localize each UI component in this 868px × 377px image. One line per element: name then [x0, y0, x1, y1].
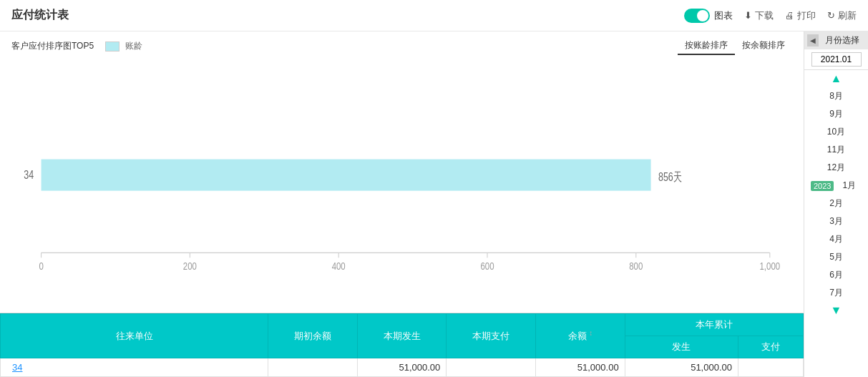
- opening-cell: [268, 358, 358, 377]
- page-header: 应付统计表 图表 ⬇ 下载 🖨 打印 ↻ 刷新: [0, 0, 868, 31]
- ytd-pay-cell: [738, 358, 804, 377]
- download-button[interactable]: ⬇ 下载: [744, 9, 774, 22]
- col-header-ytd-occur: 发生: [625, 336, 738, 358]
- sidebar-scroll-area: ▲ 8月 9月 10月 11月 12月 2023 1月 2月 3月 4月 5月 …: [804, 70, 868, 377]
- occur-cell: 51,000.00: [357, 358, 447, 377]
- month-item-12[interactable]: 12月: [804, 159, 868, 177]
- month-sidebar: ◀ 月份选择 ▲ 8月 9月 10月 11月 12月 2023 1月: [804, 31, 868, 377]
- refresh-icon: ↻: [827, 10, 835, 21]
- chart-bar: [42, 160, 651, 191]
- svg-text:1,000: 1,000: [760, 260, 781, 272]
- col-header-ytd-pay: 支付: [738, 336, 804, 358]
- month-item-6[interactable]: 6月: [804, 266, 868, 284]
- sort-by-amount-tab[interactable]: 按余额排序: [735, 37, 792, 55]
- month-item-10[interactable]: 10月: [804, 123, 868, 141]
- chart-container: 34 856天 0 200 400 600 800 1,00: [0, 61, 804, 313]
- toggle-label: 图表: [714, 9, 733, 22]
- chart-section: 客户应付排序图TOP5 账龄 按账龄排序 按余额排序 34: [0, 31, 804, 377]
- refresh-label: 刷新: [838, 9, 857, 22]
- year-input[interactable]: [811, 52, 862, 67]
- sidebar-collapse-button[interactable]: ◀: [807, 34, 819, 46]
- month-item-11[interactable]: 11月: [804, 141, 868, 159]
- svg-text:600: 600: [480, 260, 494, 272]
- year-badge: 2023: [811, 181, 834, 191]
- month-item-9[interactable]: 9月: [804, 105, 868, 123]
- print-button[interactable]: 🖨 打印: [785, 9, 816, 22]
- col-header-occur: 本期发生: [357, 314, 447, 358]
- month-item-3[interactable]: 3月: [804, 212, 868, 230]
- svg-text:856天: 856天: [658, 170, 683, 183]
- sidebar-title: 月份选择: [819, 34, 865, 46]
- remain-sort-icon: ↕: [589, 329, 593, 337]
- month-item-8[interactable]: 8月: [804, 87, 868, 105]
- col-header-remain: 余额 ↕: [535, 314, 625, 358]
- print-label: 打印: [797, 9, 816, 22]
- month-item-7[interactable]: 7月: [804, 284, 868, 302]
- scroll-down-button[interactable]: ▼: [804, 302, 868, 319]
- page-title: 应付统计表: [11, 8, 69, 23]
- header-actions: 图表 ⬇ 下载 🖨 打印 ↻ 刷新: [684, 9, 857, 23]
- col-header-unit: 往来单位: [1, 314, 268, 358]
- refresh-button[interactable]: ↻ 刷新: [827, 9, 857, 22]
- ytd-occur-cell: 51,000.00: [625, 358, 738, 377]
- sidebar-header: ◀ 月份选择: [804, 31, 868, 49]
- svg-text:0: 0: [39, 260, 43, 272]
- unit-cell[interactable]: 34: [1, 358, 268, 377]
- table-row: 34 51,000.00 51,000.00 51,000.00: [1, 358, 804, 377]
- summary-table: 往来单位 期初余额 本期发生 本期支付 余额 ↕ 本年累计 发生: [0, 313, 804, 377]
- bar-chart: 34 856天 0 200 400 600 800 1,00: [11, 61, 792, 307]
- year-marker-row: 2023 1月: [804, 177, 868, 195]
- legend-color-box: [105, 41, 120, 52]
- chart-toggle-group: 图表: [684, 9, 733, 23]
- chart-header: 客户应付排序图TOP5 账龄 按账龄排序 按余额排序: [0, 31, 804, 61]
- download-icon: ⬇: [744, 10, 752, 21]
- col-header-opening: 期初余额: [268, 314, 358, 358]
- chart-legend: 客户应付排序图TOP5 账龄: [11, 40, 142, 52]
- scroll-up-button[interactable]: ▲: [804, 70, 868, 87]
- sort-tabs: 按账龄排序 按余额排序: [678, 37, 792, 55]
- print-icon: 🖨: [785, 10, 794, 21]
- main-area: 客户应付排序图TOP5 账龄 按账龄排序 按余额排序 34: [0, 31, 868, 377]
- month-item-1[interactable]: 1月: [837, 177, 862, 195]
- svg-text:800: 800: [629, 260, 643, 272]
- month-item-5[interactable]: 5月: [804, 248, 868, 266]
- sidebar-year-input-area: [804, 49, 868, 70]
- sort-by-balance-tab[interactable]: 按账龄排序: [678, 37, 735, 55]
- svg-text:200: 200: [183, 260, 197, 272]
- month-item-4[interactable]: 4月: [804, 230, 868, 248]
- pay-cell: [447, 358, 536, 377]
- data-table-section: 往来单位 期初余额 本期发生 本期支付 余额 ↕ 本年累计 发生: [0, 313, 804, 377]
- legend-label: 账龄: [125, 40, 142, 52]
- svg-text:400: 400: [332, 260, 346, 272]
- svg-text:34: 34: [24, 168, 34, 181]
- month-item-2[interactable]: 2月: [804, 195, 868, 212]
- chart-toggle[interactable]: [684, 9, 710, 23]
- download-label: 下载: [755, 9, 774, 22]
- col-header-pay: 本期支付: [447, 314, 536, 358]
- col-header-ytd: 本年累计: [625, 314, 803, 336]
- chart-title-label: 客户应付排序图TOP5: [11, 40, 94, 52]
- remain-cell: 51,000.00: [535, 358, 625, 377]
